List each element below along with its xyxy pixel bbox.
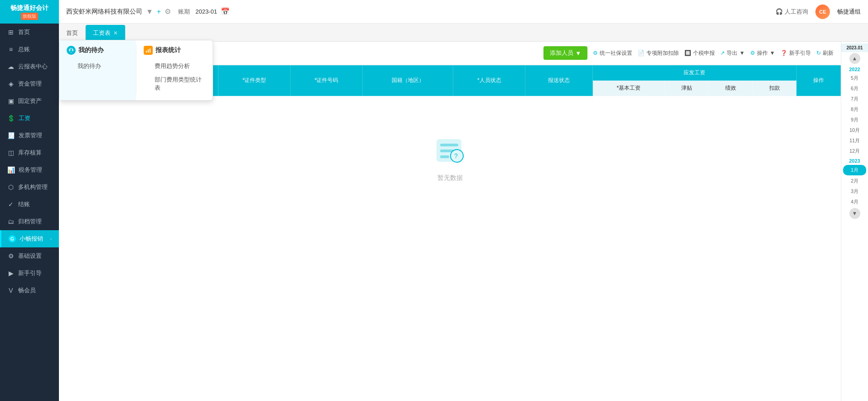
tab-salary[interactable]: 工资表 ✕ [86,25,126,41]
th-nationality: 国籍（地区） [362,65,453,96]
settlement-icon: ✓ [7,201,15,208]
timeline-month-7[interactable]: 7月 [841,94,868,104]
empty-row: ? 暂无数据 [59,96,841,219]
sidebar-item-general-ledger[interactable]: ≡ 总账 [0,41,59,58]
personal-tax-btn[interactable]: 🔲 个税申报 [684,49,715,57]
calendar-icon[interactable]: 📅 [221,7,230,16]
popup-col-todo: 我的待办 我的待办 [59,40,136,100]
add-company-icon[interactable]: + [157,8,161,16]
sidebar-label-general-ledger: 总账 [18,45,30,53]
settings-icon2[interactable]: ⚙ [165,7,171,16]
todo-icon [67,46,76,55]
social-insurance-btn[interactable]: ⚙ 统一社保设置 [593,49,632,57]
sidebar-item-cloud-report[interactable]: ☁ 云报表中心 [0,58,59,75]
timeline-down-nav[interactable]: ▼ [849,208,860,219]
cloud-icon: ☁ [7,63,15,70]
special-deduction-icon: 📄 [638,50,645,56]
user-avatar: CE [815,5,830,19]
company-name: 西安虾米网络科技有限公司 [66,8,142,16]
timeline-month-5[interactable]: 5月 [841,73,868,83]
popup-col-reports-title: 报表统计 [155,46,181,54]
tab-home-label: 首页 [66,29,78,37]
export-label: 导出 [727,49,737,57]
new-guide-icon: ❓ [781,50,787,56]
sidebar-item-fixed-assets[interactable]: ▣ 固定资产 [0,92,59,110]
th-operations: 操作 [796,65,840,96]
timeline-panel: 2023.01 ▲ 2022 5月 6月 7月 8月 9月 10月 11月 12… [841,42,868,401]
new-guide-btn[interactable]: ❓ 新手引导 [781,49,811,57]
add-person-button[interactable]: 添加人员 ▼ [543,46,587,60]
timeline-up-nav[interactable]: ▲ [849,53,860,64]
sidebar-item-multi-org[interactable]: ⬡ 多机构管理 [0,179,59,196]
sidebar-item-membership[interactable]: V 畅会员 [0,282,59,299]
refresh-btn[interactable]: ↻ 刷新 [816,49,834,57]
sidebar-item-fund-mgmt[interactable]: ◈ 资金管理 [0,75,59,92]
timeline-month-12[interactable]: 12月 [841,146,868,156]
svg-rect-8 [146,51,147,53]
sidebar-label-cloud-report: 云报表中心 [18,63,48,71]
svg-rect-10 [150,48,150,53]
toolbar-right: 添加人员 ▼ ⚙ 统一社保设置 📄 专项附加扣除 🔲 个税申报 [543,46,834,60]
personal-tax-icon: 🔲 [684,50,691,56]
svg-point-7 [70,48,72,50]
assets-icon: ▣ [7,97,15,105]
home-icon: ⊞ [7,29,15,36]
topbar-left: 西安虾米网络科技有限公司 ▼ + ⚙ 账期 2023-01 📅 [66,7,230,16]
table-wrap: 工号 *姓名 *部门 *证件类型 *证件号码 国籍（地区） *人员状态 报送状态… [59,65,841,401]
period-label: 账期 [178,8,190,16]
tab-salary-label: 工资表 [93,29,111,37]
timeline-month-9[interactable]: 9月 [841,115,868,125]
tab-close-icon[interactable]: ✕ [113,30,118,36]
topbar-right: 🎧 人工咨询 CE 畅捷通组 [776,5,861,19]
export-btn[interactable]: ↗ 导出 ▼ [720,49,745,57]
sidebar-item-home[interactable]: ⊞ 首页 [0,24,59,41]
timeline-month-3[interactable]: 3月 [841,186,868,197]
timeline-year-2023: 2023 [849,158,860,164]
popup-item-dept-expense[interactable]: 部门费用类型统计表 [144,73,206,95]
customer-service-btn[interactable]: 🎧 人工咨询 [776,8,808,16]
popup-col-reports-header: 报表统计 [144,46,206,55]
timeline-month-11[interactable]: 11月 [841,135,868,146]
sidebar-label-basic-settings: 基础设置 [18,252,42,260]
table-body: ? 暂无数据 [59,96,841,219]
salary-icon: 💲 [7,115,15,122]
sidebar-item-expense[interactable]: G 小畅报销 ‹ [0,230,59,247]
popup-item-todo[interactable]: 我的待办 [67,59,129,73]
th-id-number: *证件号码 [291,65,363,96]
app-logo: 畅捷通好会计 旗舰版 [0,0,59,24]
operations-icon: ⚙ [750,50,755,56]
tab-home[interactable]: 首页 [59,25,86,41]
ledger-icon: ≡ [7,46,15,53]
sidebar-item-tax[interactable]: 📊 税务管理 [0,161,59,179]
sidebar-item-inventory[interactable]: ◫ 库存核算 [0,144,59,161]
timeline-month-8[interactable]: 8月 [841,104,868,115]
sidebar-item-new-guide[interactable]: ▶ 新手引导 [0,265,59,282]
sidebar-item-settlement[interactable]: ✓ 结账 [0,196,59,213]
sidebar-item-salary[interactable]: 💲 工资 [0,110,59,127]
sidebar-item-archive[interactable]: 🗂 归档管理 [0,213,59,230]
app-edition: 旗舰版 [21,13,38,20]
sidebar-label-home: 首页 [18,28,30,36]
sidebar-item-invoice[interactable]: 🧾 发票管理 [0,127,59,144]
timeline-month-10[interactable]: 10月 [841,125,868,135]
sidebar-item-basic-settings[interactable]: ⚙ 基础设置 [0,247,59,265]
special-deduction-btn[interactable]: 📄 专项附加扣除 [638,49,679,57]
period-value: 2023-01 [195,8,217,15]
popup-item-expense-trend[interactable]: 费用趋势分析 [144,59,206,73]
popup-row: 我的待办 我的待办 报表统计 费用趋势分析 部门费 [59,40,213,100]
timeline-month-4[interactable]: 4月 [841,197,868,207]
popup-col-todo-header: 我的待办 [67,46,129,55]
sidebar-label-fixed-assets: 固定资产 [18,97,42,105]
dropdown-arrow-icon[interactable]: ▼ [146,8,153,16]
timeline-month-2[interactable]: 2月 [841,176,868,186]
th-id-type: *证件类型 [218,65,291,96]
timeline-month-6[interactable]: 6月 [841,83,868,94]
new-guide-label: 新手引导 [789,49,811,57]
guide-icon: ▶ [7,270,15,277]
refresh-label: 刷新 [823,49,834,57]
svg-text:?: ? [454,152,458,159]
operations-btn[interactable]: ⚙ 操作 ▼ [750,49,775,57]
timeline-month-1-active[interactable]: 1月 [843,165,866,175]
sidebar-label-settlement: 结账 [18,200,30,208]
sidebar-label-invoice: 发票管理 [19,131,42,140]
